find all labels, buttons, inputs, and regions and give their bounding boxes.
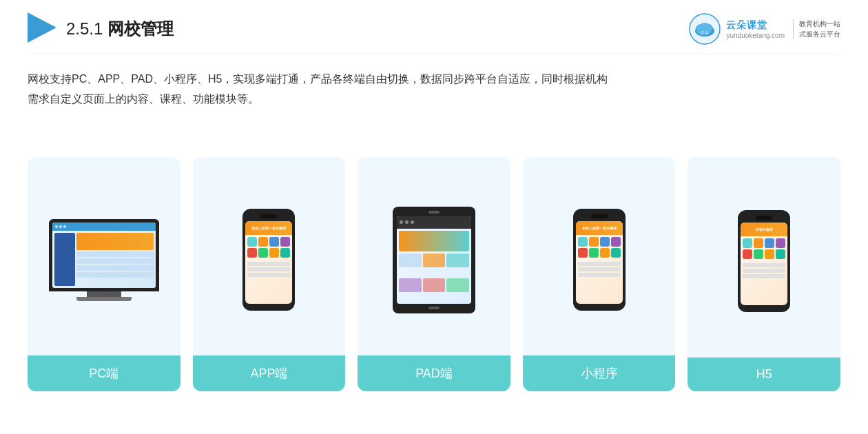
- device-pad: [393, 207, 475, 313]
- phone-h5-icon-8: [776, 249, 785, 259]
- card-pc-image: [28, 157, 180, 355]
- phone-icons-app: [245, 235, 292, 260]
- phone-screen-mini: 创造人的第一堂兴趣课: [576, 221, 623, 304]
- header-left: 2.5.1 网校管理: [28, 12, 174, 45]
- phone-row-3: [247, 273, 290, 277]
- phone-mini-icon-3: [600, 237, 610, 247]
- pad-cell-2: [423, 254, 446, 267]
- phone-body-app: 创造人的第一堂兴趣课: [242, 209, 295, 311]
- pad-cell-1: [399, 254, 422, 267]
- phone-row-2: [247, 267, 290, 271]
- pad-btn-bottom: [428, 307, 440, 309]
- pc-row-4: [76, 272, 154, 278]
- pc-row-2: [76, 258, 154, 264]
- phone-icon-4: [280, 237, 290, 247]
- device-phone-mini: 创造人的第一堂兴趣课: [572, 209, 627, 311]
- card-pad-label: PAD端: [358, 355, 510, 391]
- cloud-icon: 云朵: [689, 13, 721, 45]
- card-miniapp: 创造人的第一堂兴趣课: [523, 157, 676, 391]
- phone-body-h5: 好课兴趣班: [738, 210, 790, 312]
- phone-icon-6: [258, 248, 268, 258]
- phone-icons-h5: [741, 236, 787, 261]
- brand-logo: 云朵 云朵课堂 yunduoketang.com 教育机构一站 式服务云平台: [689, 13, 840, 45]
- phone-icon-5: [247, 248, 257, 258]
- card-app: 创造人的第一堂兴趣课: [193, 157, 346, 391]
- device-phone-h5: 好课兴趣班: [736, 210, 792, 312]
- phone-h5-icon-7: [765, 249, 774, 259]
- svg-marker-0: [28, 12, 56, 43]
- card-app-image: 创造人的第一堂兴趣课: [193, 157, 346, 355]
- description: 网校支持PC、APP、PAD、小程序、H5，实现多端打通，产品各终端自由切换，数…: [28, 70, 840, 110]
- pad-cell-5: [423, 278, 446, 292]
- page-container: 2.5.1 网校管理 云朵 云朵课堂 yunduoketang.com 教育机构…: [0, 0, 868, 434]
- phone-mini-icon-7: [600, 248, 610, 258]
- page-title: 2.5.1 网校管理: [66, 18, 174, 40]
- pad-banner: [399, 231, 469, 251]
- phone-h5-icon-4: [776, 238, 785, 248]
- phone-h5-icon-6: [754, 249, 763, 259]
- pc-screen-top: [52, 223, 156, 231]
- card-pad-image: [358, 157, 510, 355]
- phone-mini-row-2: [578, 267, 621, 271]
- phone-screen-top-h5: 好课兴趣班: [741, 223, 787, 236]
- phone-h5-icon-5: [743, 249, 752, 259]
- card-h5-image: 好课兴趣班: [688, 157, 840, 358]
- pc-dot-2: [59, 225, 62, 228]
- pad-dot-1: [400, 220, 403, 224]
- title-bold: 网校管理: [107, 19, 174, 38]
- pad-cell-4: [399, 278, 422, 292]
- card-miniapp-label: 小程序: [523, 355, 676, 391]
- card-pad: PAD端: [358, 157, 510, 391]
- phone-mini-icon-4: [611, 237, 621, 247]
- card-miniapp-image: 创造人的第一堂兴趣课: [523, 157, 676, 355]
- pc-rows-mini: [76, 251, 154, 286]
- phone-screen-app: 创造人的第一堂兴趣课: [245, 221, 292, 304]
- pc-dot-1: [55, 225, 58, 228]
- phone-icon-1: [247, 237, 257, 247]
- phone-screen-top-app: 创造人的第一堂兴趣课: [245, 221, 292, 235]
- device-phone-app: 创造人的第一堂兴趣课: [241, 209, 296, 311]
- phone-row-1: [247, 262, 290, 266]
- phone-h5-icon-1: [743, 238, 752, 248]
- phone-notch-app: [260, 214, 277, 218]
- pad-top-bar: [397, 216, 471, 229]
- phone-icon-3: [269, 237, 279, 247]
- pad-body: [393, 207, 475, 313]
- phone-notch-mini: [591, 214, 608, 218]
- phone-h5-row-2: [743, 269, 785, 273]
- pc-banner-mini: [76, 233, 154, 250]
- phone-mini-icon-6: [589, 248, 599, 258]
- pc-dot-3: [63, 225, 66, 228]
- card-pc-label: PC端: [28, 355, 180, 391]
- phone-mini-row-3: [578, 273, 621, 277]
- pc-content-mini: [76, 233, 154, 286]
- pc-monitor: [49, 219, 159, 291]
- pad-content: [397, 229, 471, 304]
- phone-content-app: [245, 260, 292, 304]
- phone-mini-row-1: [578, 262, 621, 266]
- brand-text: 云朵课堂 yunduoketang.com: [726, 19, 785, 39]
- pc-screen: [52, 223, 156, 288]
- phone-h5-icon-2: [754, 238, 763, 248]
- phone-content-h5: [741, 261, 787, 305]
- pad-screen: [397, 216, 471, 304]
- cards-section: PC端 创造人的第一堂兴趣课: [28, 122, 840, 434]
- description-line1: 网校支持PC、APP、PAD、小程序、H5，实现多端打通，产品各终端自由切换，数…: [28, 70, 840, 90]
- brand-url: yunduoketang.com: [726, 32, 785, 39]
- phone-screen-h5: 好课兴趣班: [741, 223, 787, 305]
- pad-cell-6: [446, 278, 469, 292]
- card-pc: PC端: [28, 157, 180, 391]
- pc-base: [76, 297, 132, 301]
- phone-content-mini: [576, 260, 623, 304]
- pc-row-1: [76, 251, 154, 257]
- brand-slogan: 教育机构一站 式服务云平台: [793, 19, 840, 39]
- phone-icon-2: [258, 237, 268, 247]
- phone-top-text-mini: 创造人的第一堂兴趣课: [582, 226, 617, 230]
- phone-top-text-h5: 好课兴趣班: [756, 227, 773, 231]
- phone-mini-icon-8: [611, 248, 621, 258]
- phone-h5-row-1: [743, 263, 785, 267]
- brand-name: 云朵课堂: [726, 19, 767, 32]
- description-line2: 需求自定义页面上的内容、课程、功能模块等。: [28, 90, 840, 110]
- device-pc: [49, 219, 159, 301]
- svg-text:云朵: 云朵: [701, 31, 709, 35]
